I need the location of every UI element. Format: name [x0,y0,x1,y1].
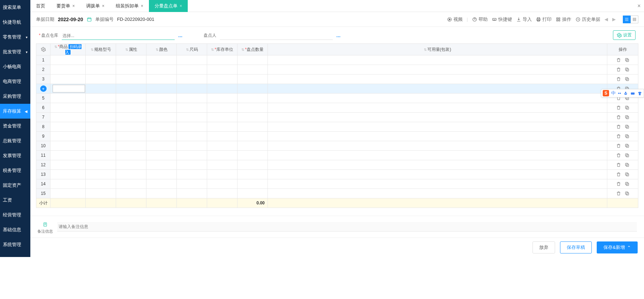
attr-cell[interactable] [116,189,146,198]
size-cell[interactable] [177,170,207,179]
discard-button[interactable]: 放弃 [532,241,555,253]
unit-cell[interactable] [207,94,237,103]
color-cell[interactable] [146,132,177,141]
sidebar-item-14[interactable]: 经营管理 [0,208,30,222]
sidebar-item-5[interactable]: 电商管理 [0,74,30,89]
ime-skin-icon[interactable] [637,90,642,96]
color-cell[interactable] [146,170,177,179]
tab-0[interactable]: 首页 [30,0,51,12]
color-cell[interactable] [146,179,177,189]
sidebar-item-13[interactable]: 工资 [0,193,30,208]
table-row[interactable]: 1 [36,55,638,65]
attr-cell[interactable] [116,55,146,65]
unit-cell[interactable] [207,151,237,160]
col-unit[interactable]: ⇅*库存单位 [207,44,237,55]
spec-cell[interactable] [86,141,116,151]
qty-cell[interactable] [237,151,268,160]
ime-lang[interactable]: 中 [611,90,616,96]
avail-cell[interactable] [268,189,607,198]
delete-row-icon[interactable] [616,191,621,196]
size-cell[interactable] [177,84,207,94]
checker-picker-icon[interactable]: ⋯ [336,34,341,40]
unit-cell[interactable] [207,160,237,170]
attr-cell[interactable] [116,94,146,103]
delete-row-icon[interactable] [616,134,621,139]
table-row[interactable]: 2 [36,65,638,74]
avail-cell[interactable] [268,132,607,141]
color-cell[interactable] [146,160,177,170]
product-cell[interactable] [50,55,86,65]
size-cell[interactable] [177,141,207,151]
col-spec[interactable]: ⇅规格型号 [86,44,116,55]
copy-row-icon[interactable] [625,58,630,63]
color-cell[interactable] [146,84,177,94]
color-cell[interactable] [146,141,177,151]
view-list-button[interactable] [623,16,631,23]
attr-cell[interactable] [116,74,146,84]
sidebar-item-17[interactable]: 企业协同 [0,252,30,257]
avail-cell[interactable] [268,141,607,151]
sidebar-item-12[interactable]: 固定资产 [0,178,30,193]
operate-link[interactable]: 操作 [556,16,571,23]
size-cell[interactable] [177,94,207,103]
add-row-button[interactable]: + [40,85,47,92]
save-new-button[interactable]: 保存&新增 ⌃ [597,241,638,253]
col-size[interactable]: ⇅尺码 [177,44,207,55]
save-draft-button[interactable]: 保存草稿 [560,241,592,253]
attr-cell[interactable] [116,160,146,170]
copy-row-icon[interactable] [625,153,630,158]
product-cell[interactable] [50,84,86,94]
close-icon[interactable]: × [72,0,75,12]
table-row[interactable]: + [36,84,638,94]
product-cell[interactable] [50,74,86,84]
close-icon[interactable]: × [102,0,104,12]
spec-cell[interactable] [86,74,116,84]
sidebar-item-11[interactable]: 税务管理 [0,163,30,178]
shortcut-link[interactable]: 快捷键 [492,16,512,23]
copy-row-icon[interactable] [625,105,630,110]
sidebar-item-16[interactable]: 系统管理 [0,237,30,252]
product-input[interactable] [53,85,85,92]
copy-row-icon[interactable] [625,134,630,139]
qty-cell[interactable] [237,160,268,170]
unit-cell[interactable] [207,170,237,179]
copy-row-icon[interactable] [625,143,630,149]
attr-cell[interactable] [116,84,146,94]
warehouse-picker-icon[interactable]: ⋯ [178,34,182,40]
color-cell[interactable] [146,113,177,122]
product-cell[interactable] [50,132,86,141]
sidebar-item-15[interactable]: 基础信息 [0,222,30,237]
ime-punct-icon[interactable]: •• [618,91,621,96]
color-cell[interactable] [146,55,177,65]
tab-1[interactable]: 要货单× [51,0,80,12]
qty-cell[interactable] [237,179,268,189]
tab-4[interactable]: 分量盘点单× [149,0,188,12]
spec-cell[interactable] [86,189,116,198]
spec-cell[interactable] [86,151,116,160]
color-cell[interactable] [146,189,177,198]
sidebar-item-8[interactable]: 资金管理 [0,119,30,133]
product-cell[interactable] [50,179,86,189]
copy-row-icon[interactable] [625,115,630,120]
attr-cell[interactable] [116,179,146,189]
unit-cell[interactable] [207,189,237,198]
attr-cell[interactable] [116,141,146,151]
avail-cell[interactable] [268,103,607,113]
spec-cell[interactable] [86,179,116,189]
qty-cell[interactable] [237,74,268,84]
sidebar-item-7[interactable]: 库存核算◀ [0,104,30,119]
remark-input[interactable] [57,222,637,232]
copy-row-icon[interactable] [625,191,630,196]
avail-cell[interactable] [268,94,607,103]
sidebar-item-3[interactable]: 批发管理▾ [0,44,30,59]
delete-row-icon[interactable] [616,77,621,82]
unit-cell[interactable] [207,103,237,113]
spec-cell[interactable] [86,55,116,65]
product-cell[interactable] [50,141,86,151]
close-icon[interactable]: × [141,0,143,12]
sidebar-item-10[interactable]: 发票管理 [0,148,30,163]
size-cell[interactable] [177,113,207,122]
copy-row-icon[interactable] [625,172,630,177]
spec-cell[interactable] [86,103,116,113]
col-avail[interactable]: ⇅可用量(包装) [268,44,607,55]
